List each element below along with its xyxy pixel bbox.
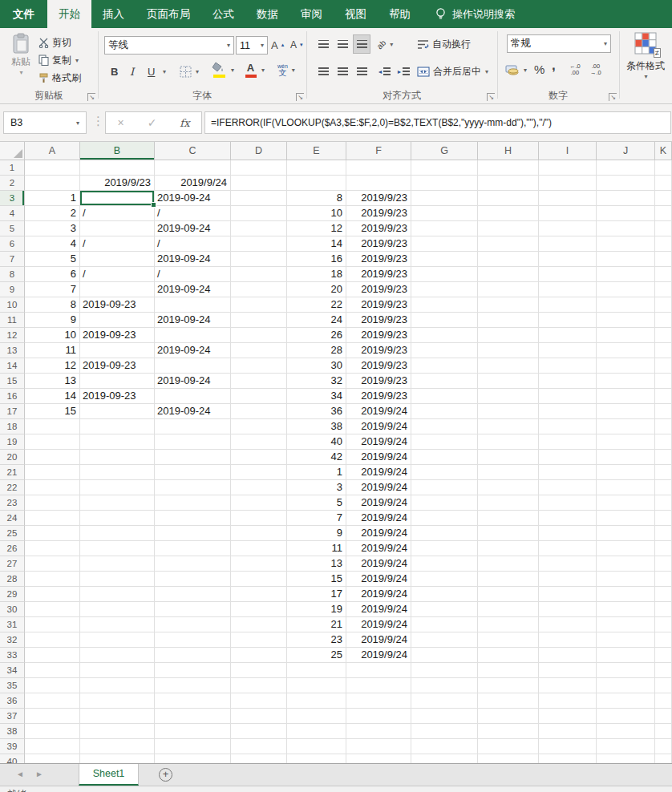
cell-I17[interactable] (539, 404, 597, 419)
cell-F35[interactable] (346, 678, 411, 693)
cell-K40[interactable] (655, 754, 672, 763)
cell-B9[interactable] (80, 282, 155, 297)
cell-F37[interactable] (346, 709, 411, 724)
cell-J22[interactable] (597, 480, 655, 495)
cell-G6[interactable] (411, 236, 478, 252)
cell-C27[interactable] (155, 556, 231, 572)
clipboard-dialog-launcher[interactable]: ↘ (87, 93, 95, 101)
cell-D19[interactable] (231, 434, 287, 450)
cell-B1[interactable] (80, 160, 155, 176)
cell-K27[interactable] (655, 556, 672, 572)
cell-A17[interactable]: 15 (25, 404, 80, 419)
cell-E17[interactable]: 36 (287, 404, 346, 419)
row-header-22[interactable]: 22 (0, 480, 25, 495)
row-header-25[interactable]: 25 (0, 526, 25, 541)
conditional-formatting-button[interactable]: ≠ 条件格式 ▾ (619, 31, 672, 102)
cell-A9[interactable]: 7 (25, 282, 80, 297)
cell-F33[interactable]: 2019/9/24 (346, 648, 411, 663)
cell-I4[interactable] (539, 206, 597, 221)
cell-D8[interactable] (231, 267, 287, 282)
cell-B24[interactable] (80, 511, 155, 526)
cell-C15[interactable]: 2019-09-24 (155, 374, 231, 389)
row-header-18[interactable]: 18 (0, 419, 25, 434)
cell-J9[interactable] (597, 282, 655, 297)
decrease-indent-button[interactable]: ◄ (375, 62, 393, 81)
row-header-14[interactable]: 14 (0, 358, 25, 374)
cell-G13[interactable] (411, 343, 478, 358)
cell-C25[interactable] (155, 526, 231, 541)
cell-K16[interactable] (655, 389, 672, 404)
cell-K9[interactable] (655, 282, 672, 297)
cell-F25[interactable]: 2019/9/24 (346, 526, 411, 541)
cell-D9[interactable] (231, 282, 287, 297)
cell-B36[interactable] (80, 693, 155, 709)
cell-K32[interactable] (655, 632, 672, 648)
cell-G32[interactable] (411, 632, 478, 648)
cell-E2[interactable] (287, 176, 346, 191)
cell-C4[interactable]: / (155, 206, 231, 221)
cell-G4[interactable] (411, 206, 478, 221)
cell-C21[interactable] (155, 465, 231, 480)
cell-A15[interactable]: 13 (25, 374, 80, 389)
cell-C28[interactable] (155, 572, 231, 587)
cell-C6[interactable]: / (155, 236, 231, 252)
cell-I12[interactable] (539, 328, 597, 343)
cell-F27[interactable]: 2019/9/24 (346, 556, 411, 572)
cell-C37[interactable] (155, 709, 231, 724)
cell-C13[interactable]: 2019-09-24 (155, 343, 231, 358)
cell-A11[interactable]: 9 (25, 313, 80, 328)
cell-E33[interactable]: 25 (287, 648, 346, 663)
cell-K7[interactable] (655, 252, 672, 267)
cell-J5[interactable] (597, 221, 655, 236)
row-header-10[interactable]: 10 (0, 297, 25, 313)
cell-E28[interactable]: 15 (287, 572, 346, 587)
selected-cell-B3[interactable] (80, 191, 155, 206)
ribbon-tab-5[interactable]: 公式 (201, 0, 245, 28)
cell-K34[interactable] (655, 663, 672, 678)
cell-G22[interactable] (411, 480, 478, 495)
cell-C7[interactable]: 2019-09-24 (155, 252, 231, 267)
ribbon-tab-2[interactable]: 开始 (47, 0, 91, 28)
cell-J32[interactable] (597, 632, 655, 648)
cell-D31[interactable] (231, 617, 287, 632)
cell-G34[interactable] (411, 663, 478, 678)
column-header-A[interactable]: A (25, 142, 80, 160)
align-bottom-button[interactable] (353, 34, 370, 54)
align-center-button[interactable] (334, 62, 351, 81)
comma-style-button[interactable]: , (552, 58, 556, 74)
cell-I28[interactable] (539, 572, 597, 587)
cell-A32[interactable] (25, 632, 80, 648)
cell-A26[interactable] (25, 541, 80, 556)
cell-A21[interactable] (25, 465, 80, 480)
cell-I26[interactable] (539, 541, 597, 556)
paste-button[interactable]: 粘贴 ▾ (6, 33, 35, 89)
cell-I25[interactable] (539, 526, 597, 541)
cell-B23[interactable] (80, 495, 155, 511)
cell-K4[interactable] (655, 206, 672, 221)
merge-center-button[interactable]: 合并后居中 ▾ (417, 63, 488, 79)
cell-I32[interactable] (539, 632, 597, 648)
cell-C11[interactable]: 2019-09-24 (155, 313, 231, 328)
cell-E34[interactable] (287, 663, 346, 678)
grow-font-button[interactable]: A▴ (271, 37, 284, 53)
cell-D7[interactable] (231, 252, 287, 267)
cell-F34[interactable] (346, 663, 411, 678)
cell-E13[interactable]: 28 (287, 343, 346, 358)
cell-J39[interactable] (597, 739, 655, 754)
cell-J24[interactable] (597, 511, 655, 526)
cell-C23[interactable] (155, 495, 231, 511)
cell-J29[interactable] (597, 587, 655, 602)
row-header-16[interactable]: 16 (0, 389, 25, 404)
cell-B26[interactable] (80, 541, 155, 556)
cell-B10[interactable]: 2019-09-23 (80, 297, 155, 313)
borders-button[interactable]: ▾ (180, 63, 199, 79)
insert-function-button[interactable]: fx (180, 117, 189, 129)
italic-button[interactable]: I (130, 63, 134, 79)
cell-I40[interactable] (539, 754, 597, 763)
cell-F12[interactable]: 2019/9/23 (346, 328, 411, 343)
ribbon-tab-9[interactable]: 帮助 (378, 0, 422, 28)
row-header-38[interactable]: 38 (0, 724, 25, 739)
cell-D5[interactable] (231, 221, 287, 236)
cell-I15[interactable] (539, 374, 597, 389)
cell-A29[interactable] (25, 587, 80, 602)
